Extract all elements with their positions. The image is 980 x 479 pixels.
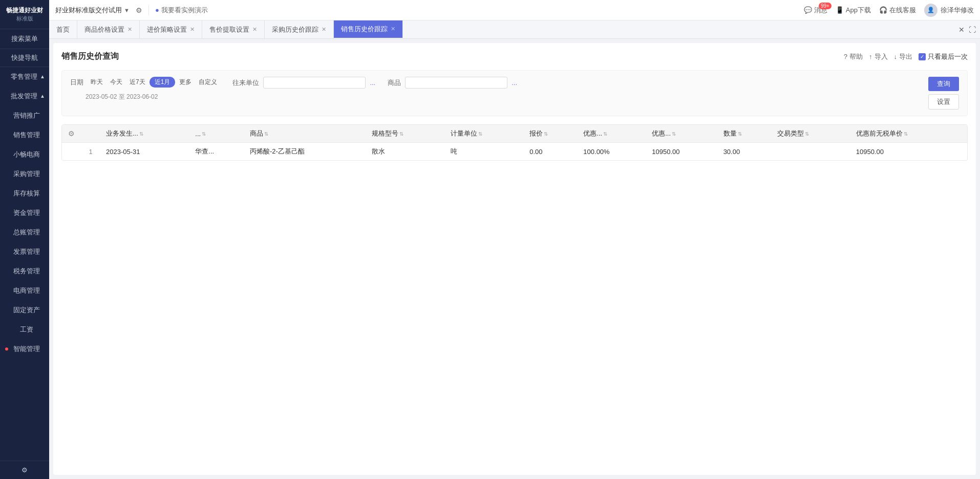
date-btn-yesterday[interactable]: 昨天 [88,77,106,88]
sort-goods-icon: ⇅ [264,131,268,137]
avatar-icon: 👤 [927,7,934,13]
col-header-notax-price[interactable]: 优惠前无税单价 ⇅ [851,125,967,143]
sort-price: 报价 ⇅ [529,129,548,138]
date-btn-today[interactable]: 今天 [107,77,125,88]
sidebar-item-salary[interactable]: 工资 [0,320,49,339]
cell-goods: 丙烯酸-2-乙基己酯 [245,143,367,161]
tab-purchase-strategy-close[interactable]: ✕ [190,26,195,33]
sort-qty-icon: ⇅ [738,131,742,137]
col-header-spec[interactable]: 规格型号 ⇅ [367,125,445,143]
sort-unit-icon: ⇅ [478,131,482,137]
topbar-demo-btn[interactable]: ● 我要看实例演示 [155,6,208,15]
sidebar-search[interactable]: 搜索菜单 [0,29,49,49]
logo-title: 畅捷通好业财 [4,6,45,15]
tab-sale-extract-close[interactable]: ✕ [252,26,257,33]
col-header-settings[interactable]: ⚙ [62,125,80,143]
sidebar-item-tax[interactable]: 税务管理 [0,262,49,281]
sidebar-item-ledger[interactable]: 总账管理 [0,223,49,242]
sidebar-item-retail-arrow: ▲ [40,74,45,79]
tab-home[interactable]: 首页 [49,20,77,39]
tab-price-close[interactable]: ✕ [127,26,132,33]
export-link[interactable]: ↓ 导出 [894,52,913,61]
date-btn-custom[interactable]: 自定义 [196,77,220,88]
sidebar-bottom-settings[interactable]: ⚙ [0,461,49,479]
col-header-type[interactable]: 交易类型 ⇅ [772,125,851,143]
page-title: 销售历史价查询 [61,51,119,62]
topbar-msg-btn[interactable]: 💬 消息 99+ [804,6,827,15]
sidebar-item-retail-label: 零售管理 [8,72,40,81]
goods-more-btn[interactable]: ... [512,79,517,86]
help-link[interactable]: ? 帮助 [844,52,863,61]
set-button[interactable]: 设置 [928,94,959,110]
topbar-service-btn[interactable]: 🎧 在线客服 [879,6,916,15]
topbar-settings-icon[interactable]: ⚙ [136,6,142,14]
cell-num: 1 [80,143,101,161]
topbar-demo-label: 我要看实例演示 [161,6,208,15]
tab-sale-history-close[interactable]: ✕ [391,26,395,32]
username-label: 徐泽华修改 [941,6,974,15]
filter-goods-group: 商品 ... [388,77,517,89]
topbar-title-dropdown[interactable]: 好业财标准版交付试用 ▼ [55,6,130,15]
topbar-app-btn[interactable]: 📱 App下载 [836,6,871,15]
page-container: 销售历史价查询 ? 帮助 ↑ 导入 ↓ 导出 ✓ 只 [53,43,976,475]
supplier-more-btn[interactable]: ... [370,79,375,86]
sidebar-item-ecshop[interactable]: 小畅电商 [0,145,49,164]
sidebar-quicknav[interactable]: 快捷导航 [0,49,49,67]
col-header-extra[interactable]: ... ⇅ [190,125,245,143]
tab-purchase-strategy[interactable]: 进价策略设置 ✕ [140,20,202,39]
sidebar-item-ecommerce[interactable]: 电商管理 [0,281,49,300]
sidebar-item-sales[interactable]: 销售管理 [0,125,49,145]
col-header-discount2[interactable]: 优惠... ⇅ [647,125,718,143]
query-button[interactable]: 查询 [928,77,959,91]
filter-bar: 日期 昨天 今天 近7天 近1月 更多 自定义 2023-05-02 至 202… [61,70,968,116]
sort-discount1: 优惠... ⇅ [583,129,607,138]
filter-supplier-group: 往来单位 ... [232,77,375,89]
sidebar-item-invoice[interactable]: 发票管理 [0,242,49,262]
date-btn-last7[interactable]: 近7天 [126,77,148,88]
check-mark: ✓ [920,54,924,59]
col-discount2-label: 优惠... [652,129,671,138]
date-btn-more[interactable]: 更多 [176,77,195,88]
sidebar-item-smart[interactable]: 智能管理 [0,339,49,359]
service-icon: 🎧 [879,6,887,14]
topbar-right: 💬 消息 99+ 📱 App下载 🎧 在线客服 👤 徐泽华修改 [804,4,974,17]
tabbar-close-btn[interactable]: ✕ [958,26,965,34]
col-header-qty[interactable]: 数量 ⇅ [718,125,772,143]
sort-price-icon: ⇅ [544,131,548,137]
sidebar-item-smart-label: 智能管理 [8,344,45,354]
tab-price[interactable]: 商品价格设置 ✕ [77,20,140,39]
help-label: 帮助 [849,52,863,61]
tab-sale-history[interactable]: 销售历史价跟踪 ✕ [334,20,403,39]
col-header-date[interactable]: 业务发生... ⇅ [101,125,190,143]
col-qty-label: 数量 [723,129,737,138]
col-header-unit[interactable]: 计量单位 ⇅ [445,125,524,143]
filter-date-label: 日期 [70,78,83,87]
sidebar-logo: 畅捷通好业财 标准版 [0,0,49,29]
sidebar-item-finance[interactable]: 资金管理 [0,203,49,223]
tab-sale-extract[interactable]: 售价提取设置 ✕ [202,20,265,39]
sort-extra-icon: ⇅ [202,131,206,137]
sidebar-item-invoice-label: 发票管理 [8,247,45,256]
only-last-checkbox[interactable]: ✓ 只看最后一次 [919,52,968,61]
date-btn-last1m[interactable]: 近1月 [150,77,176,88]
table-settings-icon[interactable]: ⚙ [68,129,75,138]
sidebar-item-purchase[interactable]: 采购管理 [0,164,49,184]
filter-goods-input[interactable] [405,77,507,89]
tab-purchase-history[interactable]: 采购历史价跟踪 ✕ [265,20,334,39]
col-header-goods[interactable]: 商品 ⇅ [245,125,367,143]
tab-purchase-history-close[interactable]: ✕ [322,26,326,33]
sidebar-item-marketing[interactable]: 营销推广 [0,106,49,125]
col-extra-label: ... [195,130,201,138]
sidebar-item-retail[interactable]: 零售管理 ▲ [0,67,49,86]
col-header-price[interactable]: 报价 ⇅ [524,125,578,143]
tabbar-expand-btn[interactable]: ⛶ [969,26,976,34]
sidebar-settings-icon: ⚙ [22,466,28,474]
sort-unit: 计量单位 ⇅ [451,129,482,138]
sidebar-item-assets[interactable]: 固定资产 [0,300,49,320]
import-link[interactable]: ↑ 导入 [869,52,888,61]
col-header-discount1[interactable]: 优惠... ⇅ [578,125,647,143]
sidebar-item-wholesale[interactable]: 批发管理 ▲ [0,86,49,106]
filter-supplier-input[interactable] [263,77,366,89]
user-info[interactable]: 👤 徐泽华修改 [924,4,974,17]
sidebar-item-inventory[interactable]: 库存核算 [0,184,49,203]
